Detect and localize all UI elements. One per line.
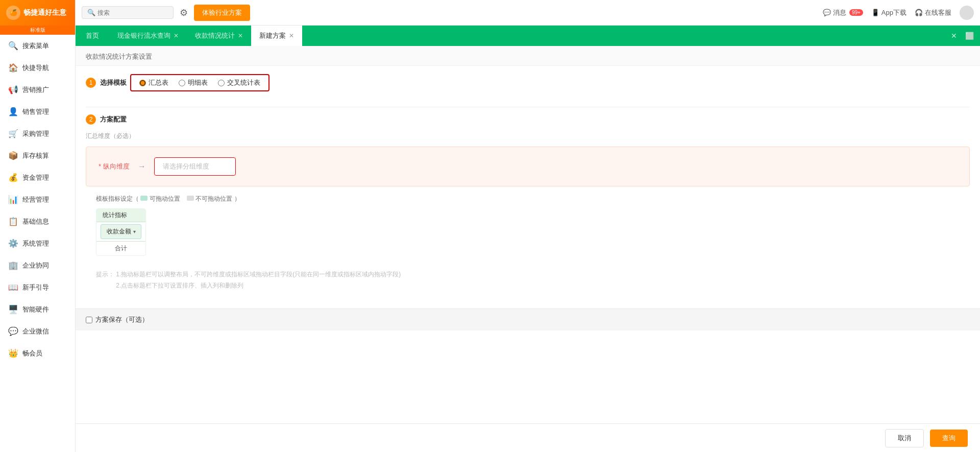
sidebar-item-marketing[interactable]: 📢 营销推广: [0, 79, 75, 101]
metrics-header: 模板指标设定（ 可拖动位置 不可拖动位置 ）: [96, 195, 960, 203]
dim-selector[interactable]: 请选择分组维度: [154, 157, 236, 176]
tips-section: 提示： 1.拖动标题栏可以调整布局，不可跨维度或指标区域拖动栏目字段(只能在同一…: [86, 264, 970, 301]
sidebar-item-management[interactable]: 📊 经营管理: [0, 188, 75, 210]
content-area: 收款情况统计方案设置 1 选择模板 汇总表 明细表: [76, 46, 980, 452]
sidebar-edition: 标准版: [0, 26, 75, 35]
sidebar-item-label: 经营管理: [22, 195, 49, 204]
option-summary[interactable]: 汇总表: [139, 78, 168, 87]
tip2: 2.点击标题栏下拉可设置排序、插入列和删除列: [96, 280, 960, 292]
sidebar-item-wechat[interactable]: 💬 企业微信: [0, 320, 75, 342]
logo-icon: 🍊: [6, 6, 20, 20]
system-icon: ⚙️: [8, 239, 17, 248]
basics-icon: 📋: [8, 217, 17, 226]
cancel-button[interactable]: 取消: [885, 429, 924, 447]
sidebar-item-label: 资金管理: [22, 173, 49, 182]
search-input[interactable]: [97, 9, 164, 16]
sidebar-item-inventory[interactable]: 📦 库存核算: [0, 145, 75, 166]
sidebar-item-hardware[interactable]: 🖥️ 智能硬件: [0, 298, 75, 320]
stat-label: 统计指标: [96, 209, 145, 222]
sidebar-item-label: 系统管理: [22, 239, 49, 248]
industry-solution-button[interactable]: 体验行业方案: [194, 5, 250, 21]
page-card: 收款情况统计方案设置 1 选择模板 汇总表 明细表: [76, 46, 980, 423]
settings-gear-icon[interactable]: ⚙: [178, 5, 190, 20]
tab-new-plan-label: 新建方案: [259, 31, 286, 40]
sidebar-item-purchase[interactable]: 🛒 采购管理: [0, 123, 75, 145]
window-maximize-icon[interactable]: ⬜: [963, 30, 976, 42]
radio-cross[interactable]: [218, 80, 225, 86]
radio-summary[interactable]: [139, 80, 146, 86]
sidebar-item-system[interactable]: ⚙️ 系统管理: [0, 232, 75, 254]
search-icon: 🔍: [8, 41, 17, 51]
sidebar-item-search[interactable]: 🔍 搜索菜单: [0, 35, 75, 57]
tab-collection-label: 收款情况统计: [195, 31, 235, 40]
inventory-icon: 📦: [8, 151, 17, 160]
topbar-search-box[interactable]: 🔍: [82, 6, 174, 19]
tab-cashflow[interactable]: 现金银行流水查询 ✕: [109, 26, 187, 46]
option-cross[interactable]: 交叉统计表: [218, 78, 260, 87]
step2-section: 2 方案配置 汇总维度（必选） * 纵向维度 → 请选择分组维度: [76, 107, 980, 308]
mgmt-icon: 📊: [8, 195, 17, 204]
option-summary-label: 汇总表: [149, 78, 168, 87]
footer-bar: 取消 查询: [76, 423, 980, 452]
tab-new-plan[interactable]: 新建方案 ✕: [251, 26, 302, 46]
page-title-bar: 收款情况统计方案设置: [76, 46, 980, 66]
step1-header: 1 选择模板 汇总表 明细表: [86, 74, 970, 91]
sidebar-item-member[interactable]: 👑 畅会员: [0, 342, 75, 364]
step2-badge: 2: [86, 114, 96, 125]
user-avatar[interactable]: [960, 6, 974, 20]
dimension-area: * 纵向维度 → 请选择分组维度: [86, 147, 970, 186]
sidebar-item-label: 快捷导航: [22, 63, 49, 73]
dim-section-label-text: 汇总维度（必选）: [86, 132, 135, 139]
topbar-right: 💬 消息 99+ 📱 App下载 🎧 在线客服: [823, 6, 974, 20]
radio-detail[interactable]: [179, 80, 185, 86]
metric-item-revenue[interactable]: 收款金额 ▾: [101, 224, 141, 239]
metric-sum: 合计: [96, 241, 145, 255]
page-title: 收款情况统计方案设置: [86, 53, 152, 60]
no-drag-indicator: [187, 196, 194, 201]
save-checkbox[interactable]: [86, 317, 92, 323]
step1-badge: 1: [86, 78, 96, 88]
notification-button[interactable]: 💬 消息 99+: [823, 8, 863, 17]
sidebar-item-label: 采购管理: [22, 129, 49, 138]
tab-collection[interactable]: 收款情况统计 ✕: [187, 26, 251, 46]
option-cross-label: 交叉统计表: [227, 78, 260, 87]
marketing-icon: 📢: [8, 85, 17, 94]
step2-header: 2 方案配置: [86, 114, 970, 125]
collab-icon: 🏢: [8, 260, 17, 270]
chevron-down-icon: ▾: [133, 229, 136, 234]
tabbar-right: ✕ ⬜: [949, 30, 980, 42]
metric-revenue-label: 收款金额: [107, 227, 131, 236]
sales-icon: 👤: [8, 107, 17, 116]
search-icon: 🔍: [87, 9, 95, 16]
save-label[interactable]: 方案保存（可选）: [95, 315, 149, 324]
tab-cashflow-close[interactable]: ✕: [174, 32, 179, 39]
window-close-icon[interactable]: ✕: [949, 30, 959, 42]
guide-icon: 📖: [8, 282, 17, 292]
sidebar-item-nav[interactable]: 🏠 快捷导航: [0, 57, 75, 79]
notification-badge: 99+: [849, 9, 863, 16]
draggable-indicator: [140, 196, 148, 201]
sidebar-item-label: 企业微信: [22, 327, 49, 336]
option-detail[interactable]: 明细表: [179, 78, 208, 87]
vertical-dim-label: * 纵向维度: [99, 162, 130, 171]
sidebar-item-basics[interactable]: 📋 基础信息: [0, 210, 75, 232]
finance-icon: 💰: [8, 173, 17, 182]
sidebar-item-label: 畅会员: [22, 349, 42, 358]
tab-home[interactable]: 首页: [76, 26, 109, 46]
sidebar-item-finance[interactable]: 💰 资金管理: [0, 166, 75, 188]
metrics-header-text: 模板指标设定（ 可拖动位置 不可拖动位置 ）: [96, 195, 240, 203]
sidebar-item-sales[interactable]: 👤 销售管理: [0, 101, 75, 123]
app-download-label: App下载: [881, 8, 906, 17]
app-download-button[interactable]: 📱 App下载: [871, 8, 906, 17]
query-button[interactable]: 查询: [930, 430, 968, 447]
dim-placeholder: 请选择分组维度: [163, 162, 209, 170]
tab-collection-close[interactable]: ✕: [238, 32, 243, 39]
member-icon: 👑: [8, 348, 17, 358]
sidebar-item-guide[interactable]: 📖 新手引导: [0, 276, 75, 298]
support-icon: 🎧: [915, 9, 923, 16]
sidebar-item-collab[interactable]: 🏢 企业协同: [0, 254, 75, 276]
tab-home-label: 首页: [86, 31, 99, 40]
online-support-button[interactable]: 🎧 在线客服: [915, 8, 951, 17]
tab-new-plan-close[interactable]: ✕: [289, 32, 294, 39]
logo-text: 畅捷通好生意: [23, 8, 66, 17]
